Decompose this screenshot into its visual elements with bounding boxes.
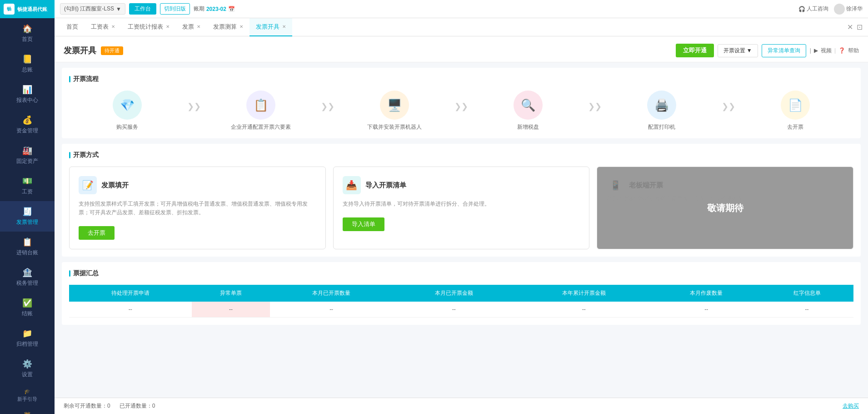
- tab-invoice-list[interactable]: 发票✕: [176, 18, 207, 36]
- settings-icon: ⚙️: [22, 359, 32, 369]
- company-label: (勾到) 江西服室-LSS: [64, 5, 114, 13]
- workspace-button[interactable]: 工作台: [129, 3, 156, 15]
- sidebar-label-assets: 固定资产: [16, 157, 38, 165]
- methods-section: 开票方式 📝 发票填开 支持按照发票样式手工填开发票；可开具增值税电子普通发票、…: [62, 144, 861, 257]
- method-btn-import-list[interactable]: 导入清单: [343, 217, 384, 231]
- flow-steps: 💎 购买服务 ❯❯ 📋 企业开通配置开票六要素 ❯❯ 🖥️ 下载并安装开票机器人…: [69, 91, 853, 131]
- reports-icon: 📊: [22, 85, 32, 95]
- sidebar-label-invoice: 发票管理: [16, 218, 38, 226]
- sidebar-item-tax[interactable]: 🏦税务管理: [0, 262, 55, 293]
- sidebar-label-archive: 归档管理: [16, 340, 38, 348]
- flow-arrow-2: ❯❯: [454, 101, 468, 121]
- flow-step-icon-config-printer: 🖨️: [647, 91, 676, 120]
- method-desc-manual-fill: 支持按照发票样式手工填开发票；可开具增值税电子普通发票、增值税普通发票、增值税专…: [79, 200, 316, 217]
- help-icon: ❓: [838, 47, 845, 54]
- sidebar-label-capital: 资金管理: [16, 127, 38, 135]
- flow-arrow-3: ❯❯: [588, 101, 602, 121]
- sidebar-bottom-newbie[interactable]: 🎓新手引导: [0, 384, 55, 407]
- sidebar-item-settings[interactable]: ⚙️设置: [0, 353, 55, 384]
- sidebar-item-salary[interactable]: 💵工资: [0, 171, 55, 201]
- period-calendar-icon[interactable]: 📅: [228, 6, 235, 12]
- archive-icon: 📁: [22, 328, 32, 338]
- sidebar-item-purchases[interactable]: 📋进销台账: [0, 232, 55, 262]
- table-row: --------------: [69, 302, 853, 318]
- tab-close-salary-stats[interactable]: ✕: [166, 24, 170, 29]
- topbar-right: 🎧 人工咨询 徐泽华: [798, 4, 863, 15]
- company-selector[interactable]: (勾到) 江西服室-LSS ▼: [60, 3, 125, 15]
- sidebar-item-capital[interactable]: 💰资金管理: [0, 110, 55, 140]
- method-card-manual-fill: 📝 发票填开 支持按照发票样式手工填开发票；可开具增值税电子普通发票、增值税普通…: [69, 167, 326, 249]
- sidebar-bottom: 🎓新手引导👑畅会员 📌 取消固定: [0, 384, 55, 414]
- bottom-bar-left: 剩余可开通数量：0 已开通数量：0: [64, 402, 155, 410]
- tab-close-salary-table[interactable]: ✕: [111, 24, 115, 29]
- tab-invoice-tool[interactable]: 发票开具✕: [249, 18, 292, 36]
- summary-table: 待处理开票申请异常单票本月已开票数量本月已开票金额本年累计开票金额本月作废数量红…: [69, 285, 853, 318]
- status-badge: 待开通: [101, 46, 123, 55]
- sidebar-bottom-member[interactable]: 👑畅会员: [0, 407, 55, 414]
- flow-step-icon-issue-invoice: 📄: [781, 91, 810, 120]
- video-label: 视频: [821, 47, 832, 55]
- support-icon: 🎧: [798, 6, 805, 12]
- user-avatar: [834, 4, 845, 15]
- method-header-import-list: 📥 导入开票清单: [343, 176, 580, 194]
- tab-invoice-calc[interactable]: 发票测算✕: [207, 18, 249, 36]
- sidebar-item-invoice[interactable]: 🧾发票管理: [0, 201, 55, 232]
- flow-step-download-robot: 🖥️ 下载并安装开票机器人: [336, 91, 453, 131]
- opened-label: 已开通数量：0: [120, 402, 155, 410]
- sidebar-item-ledger[interactable]: 📒总账: [0, 49, 55, 79]
- open-settings-button[interactable]: 开票设置 ▼: [718, 44, 758, 57]
- method-title-import-list: 导入开票清单: [365, 181, 406, 190]
- topbar-left: (勾到) 江西服室-LSS ▼ 工作台 切到旧版 账期 2023-02 📅: [60, 3, 235, 15]
- user-item[interactable]: 徐泽华: [834, 4, 863, 15]
- sidebar: 畅 畅捷通易代账 🏠首页📒总账📊报表中心💰资金管理🏭固定资产💵工资🧾发票管理📋进…: [0, 0, 55, 414]
- flow-step-config-printer: 🖨️ 配置打印机: [604, 91, 720, 131]
- close-tab-icon[interactable]: ✕: [847, 23, 853, 31]
- logo-text: 畅捷通易代账: [17, 6, 47, 13]
- method-desc-import-list: 支持导入待开票清单，可对待开票清单进行拆分、合并处理。: [343, 200, 580, 208]
- tab-home[interactable]: 首页: [60, 18, 85, 36]
- method-header-manual-fill: 📝 发票填开: [79, 176, 316, 194]
- summary-section-title: 票据汇总: [69, 269, 853, 278]
- flow-step-add-taxbox: 🔍 新增税盘: [470, 91, 586, 131]
- buy-link[interactable]: 去购买: [843, 402, 859, 410]
- app-logo: 畅 畅捷通易代账: [0, 0, 55, 18]
- sidebar-item-settle[interactable]: ✅结账: [0, 293, 55, 323]
- sidebar-item-reports[interactable]: 📊报表中心: [0, 79, 55, 110]
- settle-icon: ✅: [22, 298, 32, 308]
- tab-close-invoice-tool[interactable]: ✕: [282, 24, 286, 29]
- video-icon: ▶: [814, 47, 818, 54]
- sidebar-label-settings: 设置: [22, 371, 33, 379]
- company-dropdown-icon: ▼: [116, 6, 121, 12]
- flow-arrow-0: ❯❯: [187, 101, 201, 121]
- flow-step-label-config-printer: 配置打印机: [648, 123, 675, 131]
- summary-cell-0-5: --: [653, 302, 760, 318]
- assets-icon: 🏭: [22, 146, 32, 156]
- flow-section: 开票流程 💎 购买服务 ❯❯ 📋 企业开通配置开票六要素 ❯❯ 🖥️ 下载并安装…: [62, 68, 861, 138]
- summary-col-3: 本月已开票金额: [393, 285, 515, 302]
- page-content: 发票开具 待开通 立即开通 开票设置 ▼ 异常清单查询 | ▶ 视频 | ❓ 帮…: [55, 36, 868, 398]
- page-title: 发票开具: [64, 45, 96, 56]
- tab-salary-table[interactable]: 工资表✕: [85, 18, 121, 36]
- page-header: 发票开具 待开通 立即开通 开票设置 ▼ 异常清单查询 | ▶ 视频 | ❓ 帮…: [55, 36, 868, 62]
- flow-arrow-4: ❯❯: [722, 101, 735, 121]
- tab-close-invoice-calc[interactable]: ✕: [239, 24, 243, 29]
- tab-close-invoice-list[interactable]: ✕: [197, 24, 200, 29]
- sidebar-item-home[interactable]: 🏠首页: [0, 18, 55, 49]
- switch-old-button[interactable]: 切到旧版: [160, 3, 190, 15]
- member-icon: 👑: [24, 412, 30, 414]
- period-label: 账期: [194, 5, 205, 13]
- sidebar-item-assets[interactable]: 🏭固定资产: [0, 140, 55, 171]
- flow-step-label-buy-service: 购买服务: [116, 123, 138, 131]
- tab-salary-stats[interactable]: 工资统计报表✕: [121, 18, 176, 36]
- open-now-button[interactable]: 立即开通: [676, 44, 714, 57]
- flow-step-buy-service: 💎 购买服务: [69, 91, 185, 131]
- method-btn-manual-fill[interactable]: 去开票: [79, 226, 115, 240]
- topbar: (勾到) 江西服室-LSS ▼ 工作台 切到旧版 账期 2023-02 📅 🎧 …: [55, 0, 868, 18]
- page-title-area: 发票开具 待开通: [64, 45, 123, 56]
- support-item[interactable]: 🎧 人工咨询: [798, 5, 828, 13]
- sidebar-label-ledger: 总账: [22, 66, 33, 74]
- restore-icon[interactable]: ⊡: [857, 23, 863, 31]
- sidebar-item-archive[interactable]: 📁归档管理: [0, 323, 55, 353]
- tax-icon: 🏦: [22, 268, 32, 278]
- exception-query-button[interactable]: 异常清单查询: [762, 44, 806, 57]
